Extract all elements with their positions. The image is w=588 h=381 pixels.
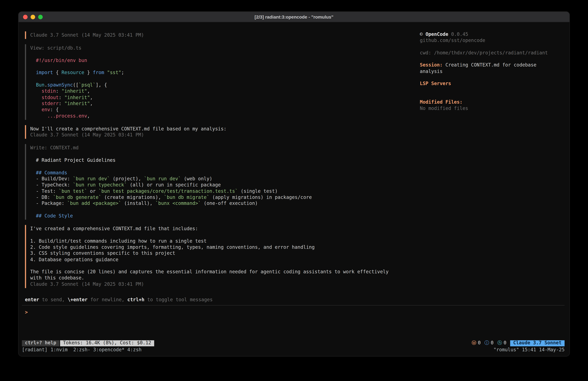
hint-icon: ⓗ	[497, 340, 502, 346]
window-title: [2/3] radiant:3:opencode - "romulus"	[19, 14, 569, 20]
terminal-line: ## Commands	[30, 170, 420, 176]
terminal-line: - Build/Dev: `bun run dev` (project), `b…	[30, 176, 420, 182]
terminal-line	[420, 87, 553, 93]
terminal-line: analysis	[420, 68, 553, 74]
warning-icon: Ⓦ	[472, 340, 476, 346]
titlebar[interactable]: [2/3] radiant:3:opencode - "romulus"	[19, 12, 569, 22]
info-icon: ⓘ	[484, 340, 489, 346]
desktop: [2/3] radiant:3:opencode - "romulus" Cla…	[0, 0, 588, 381]
terminal-line: The file is concise (20 lines) and captu…	[30, 269, 420, 275]
terminal-line: ...process.env,	[30, 113, 420, 119]
traffic-lights	[23, 15, 43, 19]
terminal-line: I've created a comprehensive CONTEXT.md …	[30, 226, 420, 232]
terminal-line: Now I'll create a comprehensive CONTEXT.…	[30, 126, 420, 132]
terminal-line: - DB: `bun db generate` (create migratio…	[30, 194, 420, 200]
terminal-line: stdout: "inherit",	[30, 94, 420, 101]
diagnostics-hints: ⓗ 0	[497, 340, 506, 346]
terminal-line: Modified Files:	[420, 99, 553, 105]
terminal-line: Session: Creating CONTEXT.md for codebas…	[420, 62, 553, 68]
hint-count: 0	[504, 340, 506, 346]
minimize-button[interactable]	[31, 15, 35, 19]
chat-area: Claude 3.7 Sonnet (14 May 2025 03:41 PM)…	[25, 31, 420, 293]
assistant-message-block: Now I'll create a comprehensive CONTEXT.…	[25, 125, 420, 139]
terminal-line	[30, 163, 420, 170]
terminal-screen: Claude 3.7 Sonnet (14 May 2025 03:41 PM)…	[19, 22, 569, 356]
terminal-line	[30, 207, 420, 213]
terminal-line: stdin: "inherit",	[30, 88, 420, 94]
close-button[interactable]	[23, 15, 28, 19]
terminal-line: - Package: `bun add <package>` (install)…	[30, 200, 420, 206]
terminal-line	[420, 44, 553, 50]
assistant-message-block: Claude 3.7 Sonnet (14 May 2025 03:41 PM)	[25, 31, 420, 39]
terminal-line: stderr: "inherit",	[30, 101, 420, 107]
terminal-line	[420, 56, 553, 62]
diagnostics-info: ⓘ 0	[484, 340, 493, 346]
terminal-line: ## Code Style	[30, 213, 420, 219]
terminal-line: import { Resource } from "sst";	[30, 70, 420, 76]
terminal-line: enter to send, \+enter for newline, ctrl…	[25, 297, 213, 303]
terminal-line: No modified files	[420, 105, 553, 112]
prompt-input[interactable]: >	[25, 309, 28, 315]
terminal-line: Claude 3.7 Sonnet (14 May 2025 03:41 PM)	[30, 32, 420, 38]
terminal-line: - TypeCheck: `bun run typecheck` (all) o…	[30, 182, 420, 188]
terminal-window: [2/3] radiant:3:opencode - "romulus" Cla…	[18, 11, 570, 357]
zoom-button[interactable]	[38, 15, 43, 19]
terminal-line: # Radiant Project Guidelines	[30, 157, 420, 163]
terminal-line: View: script/db.ts	[30, 45, 420, 51]
terminal-line	[30, 151, 420, 157]
warning-count: 0	[478, 340, 481, 346]
input-hint: enter to send, \+enter for newline, ctrl…	[25, 297, 213, 303]
terminal-line	[420, 75, 553, 81]
terminal-line: Claude 3.7 Sonnet (14 May 2025 03:41 PM)	[30, 132, 420, 138]
status-bar: ctrl+? help Tokens: 16.4K (8%), Cost: $0…	[22, 340, 565, 346]
tmux-status-bar: [radiant] 1:nvim 2:zsh- 3:opencode* 4:zs…	[22, 347, 565, 353]
model-badge[interactable]: Claude 3.7 Sonnet	[510, 340, 565, 346]
session-sidebar: © OpenCode 0.0.45github.com/sst/opencode…	[420, 31, 553, 112]
terminal-line: LSP Servers	[420, 81, 553, 87]
terminal-line	[30, 76, 420, 82]
terminal-line	[30, 64, 420, 70]
terminal-line: #!/usr/bin/env bun	[30, 57, 420, 64]
help-badge[interactable]: ctrl+? help	[22, 340, 59, 346]
input-divider	[22, 305, 565, 305]
tool-write-block: Write: CONTEXT.md # Radiant Project Guid…	[25, 144, 420, 220]
terminal-line	[420, 93, 553, 99]
terminal-line: Claude 3.7 Sonnet (14 May 2025 03:41 PM)	[30, 281, 420, 287]
terminal-line: env: {	[30, 107, 420, 113]
info-count: 0	[491, 340, 494, 346]
terminal-line: github.com/sst/opencode	[420, 38, 553, 44]
terminal-line: 1. Build/lint/test commands including ho…	[30, 238, 420, 244]
terminal-line: Bun.spawnSync([`psql`], {	[30, 82, 420, 88]
terminal-line: 3. CSS styling conventions specific to t…	[30, 250, 420, 257]
terminal-line: © OpenCode 0.0.45	[420, 31, 553, 37]
tmux-window-list[interactable]: 1:nvim 2:zsh- 3:opencode* 4:zsh	[50, 347, 142, 353]
diagnostics-warnings: Ⓦ 0	[472, 340, 481, 346]
terminal-line: 4. Database operations guidance	[30, 257, 420, 263]
terminal-line	[30, 51, 420, 57]
terminal-line	[30, 232, 420, 238]
tool-view-block: View: script/db.ts #!/usr/bin/env bun im…	[25, 45, 420, 120]
tmux-right-status: "romulus" 15:41 14-May-25	[493, 347, 565, 353]
terminal-line: cwd: /home/thdxr/dev/projects/radiant/ra…	[420, 50, 553, 56]
terminal-line: 2. Code style guidelines covering import…	[30, 244, 420, 250]
terminal-line: Write: CONTEXT.md	[30, 145, 420, 151]
tmux-session-name: [radiant]	[22, 347, 48, 353]
terminal-line: with this codebase.	[30, 275, 420, 281]
terminal-line: - Test: `bun test` or `bun test packages…	[30, 188, 420, 194]
tokens-cost-badge: Tokens: 16.4K (8%), Cost: $0.12	[60, 340, 154, 346]
assistant-message-block: I've created a comprehensive CONTEXT.md …	[25, 225, 420, 288]
terminal-line	[30, 263, 420, 269]
